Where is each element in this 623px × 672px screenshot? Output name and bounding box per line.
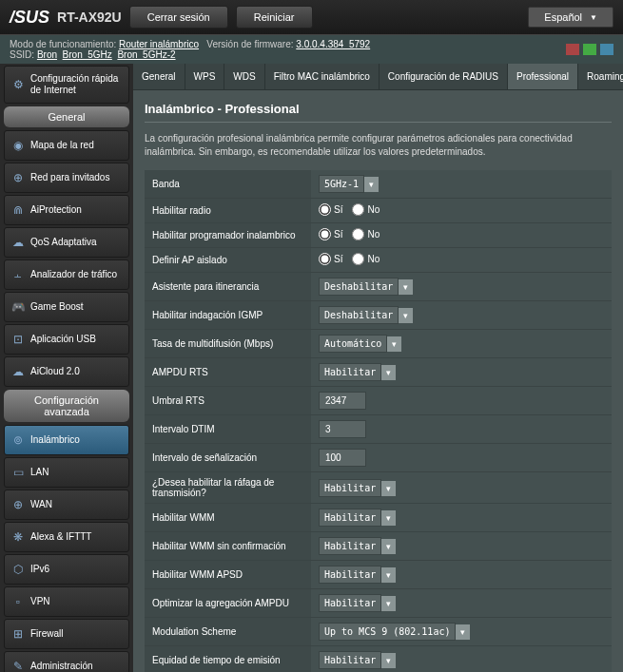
setting-label: Habilitar indagación IGMP [145,301,311,330]
table-row: Equidad de tiempo de emisiónHabilitar▾ [145,646,612,673]
chevron-down-icon[interactable]: ▾ [381,481,396,496]
tab[interactable]: WPS [185,64,225,89]
setting-label: Definir AP aislado [145,248,311,273]
sidebar-item-label: Red para invitados [30,172,109,183]
tab[interactable]: Professional [508,64,578,89]
chevron-down-icon[interactable]: ▾ [399,279,413,295]
table-row: Habilitar programador inalambricoSíNo [145,223,612,248]
tab[interactable]: WDS [224,64,264,89]
ssid1-link[interactable]: Bron [37,49,57,60]
reboot-button[interactable]: Reiniciar [236,6,313,29]
select-dropdown[interactable]: Habilitar [319,479,381,497]
tab[interactable]: Filtro MAC inalámbrico [265,64,380,89]
sidebar-item[interactable]: ▭LAN [4,457,129,488]
chevron-down-icon[interactable]: ▾ [456,624,470,640]
tab[interactable]: Roaming Block List [578,64,623,89]
text-input[interactable] [319,392,366,410]
table-row: Habilitar WMM APSDHabilitar▾ [145,561,612,589]
radio-no[interactable]: No [352,253,380,265]
select-dropdown[interactable]: Habilitar [319,537,381,555]
chevron-down-icon[interactable]: ▾ [381,567,396,583]
text-input[interactable] [319,420,366,438]
chevron-down-icon[interactable]: ▾ [381,365,396,380]
radio-si[interactable]: Sí [319,228,342,240]
sidebar-item[interactable]: ❋Alexa & IFTTT [4,522,129,552]
setting-control [311,387,612,415]
status-icon-2[interactable] [583,44,596,55]
setting-control: 5GHz-1▾ [311,170,612,199]
sidebar-item[interactable]: ◉Mapa de la red [4,130,129,161]
sidebar-item-label: Firewall [30,628,63,640]
chevron-down-icon[interactable]: ▾ [381,510,396,526]
sidebar-item[interactable]: ✎Administración [4,651,129,672]
text-input[interactable] [319,449,366,467]
sidebar-item-label: Administración [30,661,93,672]
sidebar-icon: ☁ [10,364,27,379]
model-name: RT-AX92U [57,10,122,25]
sidebar-item[interactable]: ⊚Inalámbrico [4,425,129,455]
chevron-down-icon[interactable]: ▾ [381,596,396,611]
sidebar-item[interactable]: ⬡IPv6 [4,554,129,585]
sidebar-item[interactable]: ⊞Firewall [4,619,129,649]
sidebar-icon: ⊡ [10,332,27,347]
sidebar-icon: ⊕ [10,170,27,185]
radio-si[interactable]: Sí [319,203,342,216]
setting-label: Equidad de tiempo de emisión [145,646,311,673]
status-icon-3[interactable] [600,44,613,55]
radio-no[interactable]: No [352,228,380,240]
setting-label: Intervalo DTIM [145,415,311,444]
select-dropdown[interactable]: Habilitar [319,509,381,527]
select-dropdown[interactable]: Habilitar [319,651,381,669]
chevron-down-icon[interactable]: ▾ [381,539,396,554]
select-dropdown[interactable]: Automático [319,335,387,353]
sidebar-item[interactable]: ☁AiCloud 2.0 [4,356,129,387]
sidebar-item[interactable]: ▫VPN [4,586,129,617]
sidebar-quick-setup[interactable]: ⚙ Configuración rápida de Internet [4,66,129,104]
radio-no[interactable]: No [352,203,380,216]
select-dropdown[interactable]: Up to MCS 9 (802.11ac) [319,623,456,641]
chevron-down-icon[interactable]: ▾ [364,177,379,192]
radio-si[interactable]: Sí [319,253,342,265]
select-dropdown[interactable]: Deshabilitar [319,306,399,324]
sidebar-item[interactable]: ⫠Analizador de tráfico [4,259,129,290]
select-dropdown[interactable]: Habilitar [319,363,381,381]
sidebar-item[interactable]: ☁QoS Adaptativa [4,227,129,258]
setting-control: SíNo [311,248,612,273]
ssid3-link[interactable]: Bron_5GHz-2 [117,49,175,60]
table-row: Intervalo DTIM [145,415,612,444]
sidebar-item[interactable]: ⊕Red para invitados [4,163,129,193]
logout-button[interactable]: Cerrar sesión [129,6,228,29]
table-row: Optimizar la agregación AMPDUHabilitar▾ [145,589,612,618]
select-dropdown[interactable]: Habilitar [319,566,381,584]
chevron-down-icon[interactable]: ▾ [387,336,401,352]
sidebar-item[interactable]: ⋒AiProtection [4,195,129,225]
sidebar-icon: ❋ [10,529,27,545]
sidebar-item[interactable]: 🎮Game Boost [4,292,129,322]
setting-label: Modulation Scheme [145,618,311,646]
fw-link[interactable]: 3.0.0.4.384_5792 [296,39,370,49]
tab[interactable]: Configuración de RADIUS [380,64,508,89]
tab[interactable]: General [133,64,185,89]
chevron-down-icon[interactable]: ▾ [399,308,413,323]
select-dropdown[interactable]: Habilitar [319,594,381,612]
ssid2-link[interactable]: Bron_5GHz [63,49,112,60]
sidebar-item-label: Alexa & IFTTT [30,531,91,543]
sidebar-item-label: Aplicación USB [30,334,96,345]
chevron-down-icon[interactable]: ▾ [381,653,396,668]
sidebar-item-label: Mapa de la red [30,140,94,151]
select-dropdown[interactable]: Deshabilitar [319,278,399,296]
select-dropdown[interactable]: 5GHz-1 [319,175,364,193]
setting-control: Deshabilitar▾ [311,301,612,330]
sidebar-icon: 🎮 [10,299,27,315]
sidebar-item-label: Analizador de tráfico [30,269,117,280]
setting-control: Deshabilitar▾ [311,273,612,301]
sidebar-section-general: General [4,106,129,127]
language-selector[interactable]: Español ▼ [528,7,613,28]
sidebar-item[interactable]: ⊕WAN [4,490,129,520]
mode-link[interactable]: Router inalámbrico [119,39,199,49]
setting-label: Habilitar WMM APSD [145,561,311,589]
main-content: GeneralWPSWDSFiltro MAC inalámbricoConfi… [133,64,623,672]
status-icon-1[interactable] [566,44,579,55]
sidebar-item[interactable]: ⊡Aplicación USB [4,324,129,355]
sidebar-icon: ▭ [10,465,27,480]
